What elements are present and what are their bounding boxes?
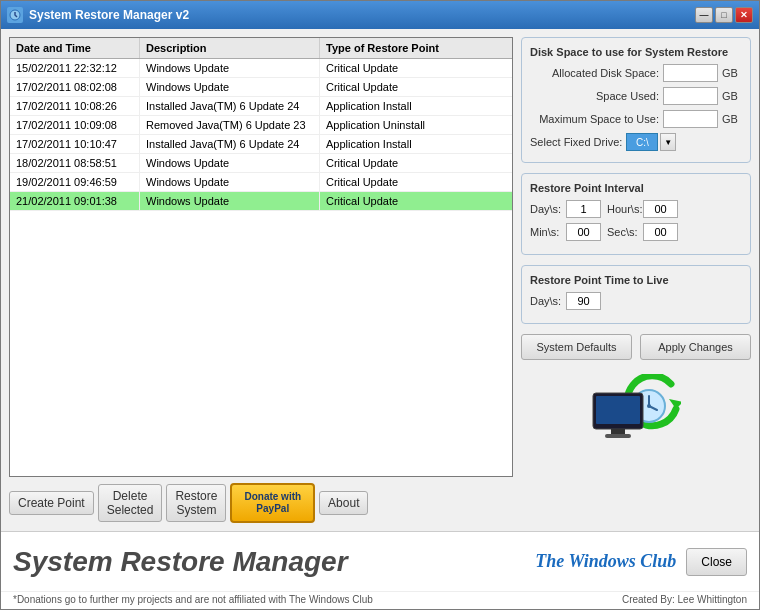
- secs-input[interactable]: [643, 223, 678, 241]
- close-logo-button[interactable]: Close: [686, 548, 747, 576]
- col-description: Description: [140, 38, 320, 58]
- system-defaults-button[interactable]: System Defaults: [521, 334, 632, 360]
- svg-rect-8: [611, 429, 625, 434]
- secs-label: Sec\s:: [607, 226, 637, 238]
- delete-selected-button[interactable]: Delete Selected: [98, 484, 163, 522]
- drive-display: C:\: [626, 133, 658, 151]
- cell-datetime: 15/02/2011 22:32:12: [10, 59, 140, 77]
- cell-datetime: 17/02/2011 10:08:26: [10, 97, 140, 115]
- days-input[interactable]: [566, 200, 601, 218]
- left-panel: Date and Time Description Type of Restor…: [9, 37, 513, 523]
- hours-input[interactable]: [643, 200, 678, 218]
- col-datetime: Date and Time: [10, 38, 140, 58]
- cell-type: Critical Update: [320, 59, 512, 77]
- drive-select[interactable]: C:\ ▼: [626, 133, 676, 151]
- time-to-live-group: Restore Point Time to Live Day\s:: [521, 265, 751, 324]
- disk-space-group: Disk Space to use for System Restore All…: [521, 37, 751, 163]
- minimize-button[interactable]: —: [695, 7, 713, 23]
- footer: *Donations go to further my projects and…: [1, 591, 759, 609]
- table-row[interactable]: 15/02/2011 22:32:12 Windows Update Criti…: [10, 59, 512, 78]
- window-title: System Restore Manager v2: [29, 8, 695, 22]
- create-point-button[interactable]: Create Point: [9, 491, 94, 515]
- cell-type: Application Install: [320, 135, 512, 153]
- cell-description: Installed Java(TM) 6 Update 24: [140, 135, 320, 153]
- allocated-label: Allocated Disk Space:: [530, 67, 659, 79]
- ttl-days-input[interactable]: [566, 292, 601, 310]
- disk-space-title: Disk Space to use for System Restore: [530, 46, 742, 58]
- cell-type: Critical Update: [320, 78, 512, 96]
- restore-interval-title: Restore Point Interval: [530, 182, 742, 194]
- svg-rect-9: [605, 434, 631, 438]
- cell-datetime: 21/02/2011 09:01:38: [10, 192, 140, 210]
- right-panel: Disk Space to use for System Restore All…: [521, 37, 751, 523]
- table-row[interactable]: 21/02/2011 09:01:38 Windows Update Criti…: [10, 192, 512, 211]
- restore-graphic: [521, 370, 751, 448]
- logo-sub-text: The Windows Club: [535, 551, 676, 572]
- allocated-disk-row: Allocated Disk Space: GB: [530, 64, 742, 82]
- title-bar: System Restore Manager v2 — □ ✕: [1, 1, 759, 29]
- donate-paypal-button[interactable]: Donate with PayPal: [230, 483, 315, 523]
- footer-left: *Donations go to further my projects and…: [13, 594, 373, 605]
- cell-type: Critical Update: [320, 173, 512, 191]
- days-label: Day\s:: [530, 203, 560, 215]
- table-row[interactable]: 17/02/2011 08:02:08 Windows Update Criti…: [10, 78, 512, 97]
- max-space-label: Maximum Space to Use:: [530, 113, 659, 125]
- cell-type: Application Install: [320, 97, 512, 115]
- main-content: Date and Time Description Type of Restor…: [1, 29, 759, 531]
- table-header: Date and Time Description Type of Restor…: [10, 38, 512, 59]
- bottom-buttons: Create Point Delete Selected Restore Sys…: [9, 483, 513, 523]
- apply-changes-button[interactable]: Apply Changes: [640, 334, 751, 360]
- cell-description: Windows Update: [140, 154, 320, 172]
- close-window-button[interactable]: ✕: [735, 7, 753, 23]
- cell-datetime: 17/02/2011 08:02:08: [10, 78, 140, 96]
- window-controls: — □ ✕: [695, 7, 753, 23]
- drive-select-row: Select Fixed Drive: C:\ ▼: [530, 133, 742, 151]
- restore-system-button[interactable]: Restore System: [166, 484, 226, 522]
- logo-main-text: System Restore Manager: [13, 546, 535, 578]
- table-body: 15/02/2011 22:32:12 Windows Update Criti…: [10, 59, 512, 211]
- ttl-days-label: Day\s:: [530, 295, 560, 307]
- table-row[interactable]: 17/02/2011 10:09:08 Removed Java(TM) 6 U…: [10, 116, 512, 135]
- max-space-unit: GB: [722, 113, 742, 125]
- drive-select-label: Select Fixed Drive:: [530, 136, 622, 148]
- main-window: System Restore Manager v2 — □ ✕ Date and…: [0, 0, 760, 610]
- maximize-button[interactable]: □: [715, 7, 733, 23]
- space-used-input[interactable]: [663, 87, 718, 105]
- restore-interval-group: Restore Point Interval Day\s: Hour\s: Mi…: [521, 173, 751, 255]
- cell-type: Application Uninstall: [320, 116, 512, 134]
- days-hours-row: Day\s: Hour\s:: [530, 200, 742, 218]
- svg-marker-1: [669, 399, 681, 409]
- max-space-input[interactable]: [663, 110, 718, 128]
- cell-datetime: 18/02/2011 08:58:51: [10, 154, 140, 172]
- cell-datetime: 17/02/2011 10:09:08: [10, 116, 140, 134]
- space-used-row: Space Used: GB: [530, 87, 742, 105]
- cell-description: Removed Java(TM) 6 Update 23: [140, 116, 320, 134]
- cell-description: Windows Update: [140, 192, 320, 210]
- cell-type: Critical Update: [320, 192, 512, 210]
- footer-right: Created By: Lee Whittington: [622, 594, 747, 605]
- col-type: Type of Restore Point: [320, 38, 512, 58]
- mins-input[interactable]: [566, 223, 601, 241]
- about-button[interactable]: About: [319, 491, 368, 515]
- cell-description: Windows Update: [140, 173, 320, 191]
- table-row[interactable]: 17/02/2011 10:08:26 Installed Java(TM) 6…: [10, 97, 512, 116]
- ttl-days-row: Day\s:: [530, 292, 742, 310]
- allocated-input[interactable]: [663, 64, 718, 82]
- hours-label: Hour\s:: [607, 203, 637, 215]
- restore-table[interactable]: Date and Time Description Type of Restor…: [9, 37, 513, 477]
- cell-datetime: 19/02/2011 09:46:59: [10, 173, 140, 191]
- logo-area: System Restore Manager The Windows Club …: [1, 531, 759, 591]
- app-icon: [7, 7, 23, 23]
- table-row[interactable]: 19/02/2011 09:46:59 Windows Update Criti…: [10, 173, 512, 192]
- cell-description: Windows Update: [140, 59, 320, 77]
- table-row[interactable]: 17/02/2011 10:10:47 Installed Java(TM) 6…: [10, 135, 512, 154]
- table-row[interactable]: 18/02/2011 08:58:51 Windows Update Criti…: [10, 154, 512, 173]
- max-space-row: Maximum Space to Use: GB: [530, 110, 742, 128]
- mins-label: Min\s:: [530, 226, 560, 238]
- graphic-container: [591, 374, 681, 444]
- drive-dropdown-arrow[interactable]: ▼: [660, 133, 676, 151]
- allocated-unit: GB: [722, 67, 742, 79]
- cell-description: Windows Update: [140, 78, 320, 96]
- svg-rect-7: [596, 396, 640, 424]
- cell-description: Installed Java(TM) 6 Update 24: [140, 97, 320, 115]
